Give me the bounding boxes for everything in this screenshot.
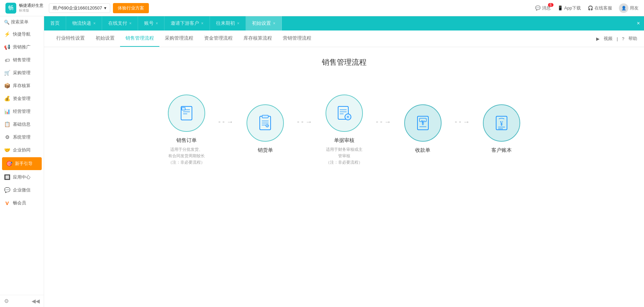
sub-tab-industry[interactable]: 行业特性设置 — [51, 30, 90, 47]
flow-circle-review[interactable] — [326, 95, 363, 132]
sidebar-bottom: ⚙ ◀◀ — [0, 295, 44, 307]
sidebar-item-inventory[interactable]: 📦 库存核算 — [0, 79, 44, 92]
sidebar-item-app-center[interactable]: 🔲 应用中心 — [0, 171, 44, 184]
content-area: 行业特性设置 初始设置 销售管理流程 采购管理流程 资金管理流程 库存核算流程 — [44, 30, 644, 307]
flow-circle-receipt[interactable]: ¥ — [404, 104, 442, 142]
user-avatar-action[interactable]: 👤 用友 — [619, 3, 639, 13]
page-content: 销售管理流程 — [44, 47, 644, 183]
flow-arrow-1: - - → — [218, 118, 233, 126]
page-title: 销售管理流程 — [58, 57, 630, 67]
sub-tab-inventory-flow[interactable]: 库存核算流程 — [238, 30, 277, 47]
svg-rect-6 — [262, 115, 268, 118]
tab-home[interactable]: 首页 — [44, 16, 66, 30]
header-right: 💬 消息 6 📱 App下载 🎧 在线客服 👤 用友 — [535, 3, 639, 13]
sub-tab-init[interactable]: 初始设置 — [90, 30, 120, 47]
quick-nav-icon: ⚡ — [4, 31, 10, 37]
sub-tab-sales-flow[interactable]: 销售管理流程 — [120, 30, 159, 47]
sidebar-item-marketing[interactable]: 📢 营销推广 — [0, 41, 44, 54]
sidebar-item-finance[interactable]: 💰 资金管理 — [0, 92, 44, 105]
svg-text:¥: ¥ — [500, 120, 503, 127]
flow-item-receipt: ¥ 收款单 — [392, 104, 453, 156]
tab-init-close[interactable]: × — [273, 21, 275, 26]
sub-tabs: 行业特性设置 初始设置 销售管理流程 采购管理流程 资金管理流程 库存核算流程 — [44, 30, 644, 47]
headset-icon: 🎧 — [588, 5, 593, 11]
flow-circle-delivery[interactable] — [247, 104, 284, 142]
purchase-icon: 🛒 — [4, 70, 10, 76]
app-download-action[interactable]: 📱 App下载 — [558, 5, 581, 11]
tab-account[interactable]: 账号 × — [138, 16, 164, 30]
layout: 🔍 搜索菜单 ⚡ 快捷导航 📢 营销推广 🏷 销售管理 🛒 采购管理 📦 — [0, 16, 644, 307]
video-icon: ▶ — [596, 36, 600, 41]
sidebar: 🔍 搜索菜单 ⚡ 快捷导航 📢 营销推广 🏷 销售管理 🛒 采购管理 📦 — [0, 16, 44, 307]
inventory-icon: 📦 — [4, 83, 10, 89]
main-content: 首页 物流快递 × 在线支付 × 账号 × 邀请下游客户 × 往来期初 × — [44, 16, 644, 307]
logo-icon: 畅 — [5, 3, 16, 14]
tab-period-close[interactable]: × — [237, 21, 239, 26]
sidebar-item-vip[interactable]: V 畅会员 — [0, 197, 44, 209]
message-badge: 6 — [548, 3, 553, 7]
operations-icon: 📊 — [4, 108, 10, 115]
top-header: 畅 畅捷通好生意 标准版 用户690企业1660120507 ▾ 体验行业方案 … — [0, 0, 644, 16]
tabs-close-all[interactable]: × — [633, 16, 644, 30]
tab-payment[interactable]: 在线支付 × — [102, 16, 138, 30]
sub-tab-finance-flow[interactable]: 资金管理流程 — [199, 30, 238, 47]
basic-info-icon: 📋 — [4, 121, 10, 127]
online-service-action[interactable]: 🎧 在线客服 — [588, 5, 612, 11]
tab-invite-close[interactable]: × — [201, 21, 203, 26]
flow-item-sales-order: 销售订单 适用于分批发货、有合同发货周期较长（注：非必要流程） — [156, 95, 217, 166]
sidebar-item-collab[interactable]: 🤝 企业协同 — [0, 144, 44, 157]
tab-payment-close[interactable]: × — [129, 21, 132, 26]
marketing-icon: 📢 — [4, 44, 10, 50]
sidebar-item-system[interactable]: ⚙ 系统管理 — [0, 131, 44, 144]
trial-button[interactable]: 体验行业方案 — [113, 3, 149, 13]
message-icon: 💬 — [535, 5, 541, 11]
flow-label-sales-order: 销售订单 — [176, 137, 197, 144]
sub-tab-purchase-flow[interactable]: 采购管理流程 — [159, 30, 199, 47]
app-center-icon: 🔲 — [4, 174, 10, 180]
sales-icon: 🏷 — [4, 57, 10, 63]
flow-item-delivery: 销货单 — [235, 104, 296, 156]
tab-logistics[interactable]: 物流快递 × — [66, 16, 102, 30]
avatar: 👤 — [619, 3, 628, 13]
sidebar-item-operations[interactable]: 📊 经营管理 — [0, 105, 44, 118]
flow-label-receipt: 收款单 — [415, 147, 430, 154]
vip-icon: V — [4, 200, 10, 206]
sidebar-item-wechat[interactable]: 💬 企业微信 — [0, 184, 44, 197]
tab-period[interactable]: 往来期初 × — [210, 16, 246, 30]
phone-icon: 📱 — [558, 5, 563, 11]
flow-label-review: 单据审核 — [334, 137, 354, 144]
tab-logistics-close[interactable]: × — [93, 21, 96, 26]
flow-label-account: 客户账本 — [491, 147, 512, 154]
sub-tabs-right: ▶ 视频 | ? 帮助 — [596, 36, 637, 42]
user-selector[interactable]: 用户690企业1660120507 ▾ — [49, 3, 110, 13]
video-link[interactable]: 视频 — [604, 36, 612, 42]
flow-item-account: ¥ 客户账本 — [471, 104, 532, 156]
sidebar-item-sales[interactable]: 🏷 销售管理 — [0, 54, 44, 66]
message-action[interactable]: 💬 消息 6 — [535, 5, 551, 11]
sidebar-item-guide[interactable]: 🎯 新手引导 — [2, 157, 42, 170]
system-icon: ⚙ — [4, 134, 10, 140]
flow-diagram: 销售订单 适用于分批发货、有合同发货周期较长（注：非必要流程） - - → — [58, 88, 630, 173]
collapse-icon[interactable]: ◀◀ — [32, 298, 40, 304]
tab-init[interactable]: 初始设置 × — [246, 16, 282, 30]
sidebar-nav: ⚡ 快捷导航 📢 营销推广 🏷 销售管理 🛒 采购管理 📦 库存核算 💰 — [0, 28, 44, 295]
finance-icon: 💰 — [4, 96, 10, 102]
sidebar-item-basic-info[interactable]: 📋 基础信息 — [0, 118, 44, 131]
tab-account-close[interactable]: × — [156, 21, 158, 26]
sub-tab-marketing-flow[interactable]: 营销管理流程 — [277, 30, 317, 47]
help-link[interactable]: 帮助 — [628, 36, 637, 42]
sidebar-item-purchase[interactable]: 🛒 采购管理 — [0, 66, 44, 79]
flow-circle-sales-order[interactable] — [168, 95, 205, 132]
flow-arrow-3: - - → — [376, 118, 391, 126]
search-icon: 🔍 — [4, 20, 9, 25]
tab-invite[interactable]: 邀请下游客户 × — [164, 16, 210, 30]
sidebar-search[interactable]: 🔍 搜索菜单 — [0, 16, 44, 28]
flow-desc-review: 适用于财务审核或主管审核（注：非必要流程） — [326, 146, 363, 166]
flow-arrow-4: - - → — [455, 118, 470, 126]
sidebar-item-quick-nav[interactable]: ⚡ 快捷导航 — [0, 28, 44, 41]
settings-bottom-icon[interactable]: ⚙ — [4, 298, 9, 304]
svg-rect-4 — [182, 107, 185, 110]
flow-item-review: 单据审核 适用于财务审核或主管审核（注：非必要流程） — [314, 95, 375, 166]
flow-circle-account[interactable]: ¥ — [483, 104, 520, 142]
dropdown-icon: ▾ — [104, 5, 106, 11]
